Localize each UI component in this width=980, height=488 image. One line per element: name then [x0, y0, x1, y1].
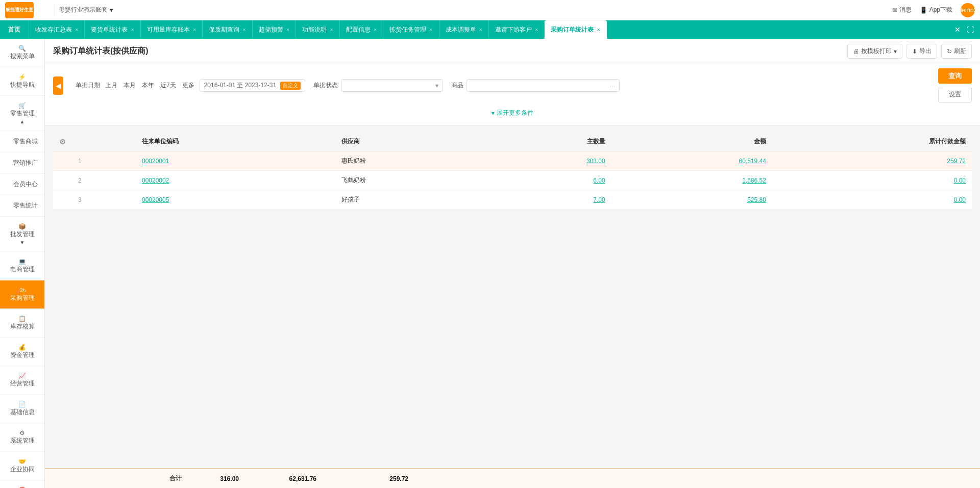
chevron-up-icon: ▲	[20, 119, 25, 124]
td-gear	[53, 190, 72, 210]
filter-collapse-btn[interactable]: ◀	[53, 76, 63, 95]
tab-restore-icon[interactable]: ⛶	[965, 23, 976, 36]
gear-icon[interactable]: ⚙	[59, 138, 66, 146]
sidebar-item-member[interactable]: 会员中心	[0, 174, 44, 195]
tab-home[interactable]: 首页	[0, 20, 29, 39]
filter-bar: ◀ 单据日期 上月 本月 本年 近7天 更多 2016-01-01 至 2023…	[45, 63, 980, 126]
close-icon[interactable]: ×	[286, 27, 289, 33]
date-range-input[interactable]: 2016-01-01 至 2023-12-31 自定义	[200, 79, 305, 92]
print-button[interactable]: 🖨 按模板打印 ▾	[847, 44, 902, 59]
refresh-button[interactable]: ↻ 刷新	[941, 44, 972, 59]
sidebar-item-ecommerce[interactable]: 💻 电商管理	[0, 252, 44, 280]
goods-input[interactable]: ···	[467, 79, 620, 92]
sidebar-item-guide[interactable]: 🎯 新手引导	[0, 480, 44, 488]
sidebar-item-quick-nav[interactable]: ⚡ 快捷导航	[0, 67, 44, 96]
tab-shoufacun[interactable]: 收发存汇总表 ×	[29, 20, 85, 39]
close-icon[interactable]: ×	[429, 27, 432, 33]
tab-yaohuo[interactable]: 要货单统计表 ×	[85, 20, 140, 39]
sidebar-item-purchase[interactable]: 🛍 采购管理	[0, 280, 44, 309]
td-qty: 7.00	[485, 190, 611, 210]
td-supplier: 飞鹤奶粉	[335, 171, 485, 190]
close-icon[interactable]: ×	[242, 27, 246, 33]
status-select[interactable]: ▾	[341, 79, 443, 92]
sidebar-item-collab[interactable]: 🤝 企业协同	[0, 452, 44, 480]
shortcut-this-month[interactable]: 本月	[121, 80, 138, 91]
table-header-row: ⚙ 往来单位编码 供应商 主数量 金额 累计付款金额	[53, 132, 972, 151]
sidebar-item-search[interactable]: 🔍 搜索菜单	[0, 39, 44, 67]
tab-gongneng[interactable]: 功能说明 ×	[296, 20, 339, 39]
close-icon[interactable]: ×	[131, 27, 134, 33]
sidebar-item-inventory[interactable]: 📋 库存核算	[0, 309, 44, 338]
sidebar-item-retail-mgmt[interactable]: 🛒 零售管理 ▲	[0, 96, 44, 131]
sidebar-item-marketing[interactable]: 营销推广	[0, 152, 44, 174]
tab-caigou-active[interactable]: 采购订单统计表 ×	[545, 20, 606, 39]
tab-chengben[interactable]: 成本调整单 ×	[439, 20, 489, 39]
query-button[interactable]: 查询	[938, 68, 972, 84]
close-icon[interactable]: ×	[330, 27, 333, 33]
sidebar-item-system[interactable]: ⚙ 系统管理	[0, 423, 44, 452]
shortcut-7days[interactable]: 近7天	[158, 80, 178, 91]
shortcut-last-month[interactable]: 上月	[103, 80, 119, 91]
td-paid: 259.72	[772, 151, 972, 171]
th-gear: ⚙	[53, 132, 72, 151]
goods-placeholder	[471, 81, 477, 90]
tab-close-all-icon[interactable]: ✕	[952, 23, 963, 36]
date-label: 单据日期	[76, 81, 100, 90]
basics-icon: 📄	[18, 401, 26, 408]
refresh-icon: ↻	[947, 48, 952, 55]
workspace-dropdown-icon: ▾	[110, 6, 113, 14]
th-qty: 主数量	[485, 132, 611, 151]
tab-peizhi[interactable]: 配置信息 ×	[340, 20, 383, 39]
logo-area: 畅捷通好生意	[5, 2, 50, 18]
collab-icon: 🤝	[18, 458, 26, 465]
td-amount: 525.80	[611, 190, 772, 210]
page-title: 采购订单统计表(按供应商)	[53, 46, 149, 57]
sidebar-item-basics[interactable]: 📄 基础信息	[0, 395, 44, 423]
expand-more-btn[interactable]: ▾ 展开更多条件	[492, 106, 533, 117]
workspace-selector[interactable]: 母婴行业演示账套 ▾	[59, 6, 892, 14]
tab-kuyongliang[interactable]: 可用量库存账本 ×	[141, 20, 203, 39]
finance-icon: 💰	[18, 344, 26, 351]
app-download-btn[interactable]: 📱 App下载	[920, 6, 952, 14]
close-icon[interactable]: ×	[535, 27, 538, 33]
print-icon: 🖨	[853, 48, 859, 55]
footer-qty: 316.00	[188, 475, 239, 482]
close-icon[interactable]: ×	[374, 27, 377, 33]
custom-date-badge: 自定义	[280, 82, 301, 90]
avatar[interactable]: demo2	[961, 3, 975, 17]
ecommerce-icon: 💻	[18, 258, 26, 265]
sidebar-item-finance[interactable]: 💰 资金管理	[0, 338, 44, 366]
print-dropdown-icon: ▾	[894, 48, 897, 55]
nav-tabs-right: ✕ ⛶	[952, 23, 980, 36]
page-actions: 🖨 按模板打印 ▾ ⬇ 导出 ↻ 刷新	[847, 44, 972, 59]
shortcut-more[interactable]: 更多	[180, 80, 197, 91]
sidebar-item-operations[interactable]: 📈 经营管理	[0, 366, 44, 395]
message-btn[interactable]: ✉ 消息	[892, 6, 912, 14]
data-table: ⚙ 往来单位编码 供应商 主数量 金额 累计付款金额 1 00020001 惠氏…	[53, 132, 972, 210]
shortcut-this-year[interactable]: 本年	[140, 80, 156, 91]
sidebar-item-retail-mall[interactable]: 零售商城	[0, 131, 44, 152]
td-gear	[53, 151, 72, 171]
tab-baozhi[interactable]: 保质期查询 ×	[203, 20, 252, 39]
tab-jianhuo[interactable]: 拣货任务管理 ×	[383, 20, 439, 39]
settings-button[interactable]: 设置	[938, 87, 972, 102]
export-button[interactable]: ⬇ 导出	[906, 44, 937, 59]
table-row: 3 00020005 好孩子 7.00 525.80 0.00	[53, 190, 972, 210]
close-icon[interactable]: ×	[193, 27, 196, 33]
td-paid: 0.00	[772, 171, 972, 190]
export-icon: ⬇	[912, 48, 917, 55]
app-logo: 畅捷通好生意	[5, 2, 34, 18]
sidebar-item-retail-stats[interactable]: 零售统计	[0, 195, 44, 217]
date-shortcuts: 上月 本月 本年 近7天 更多	[103, 80, 197, 91]
tab-chaochu[interactable]: 超储预警 ×	[253, 20, 296, 39]
close-icon[interactable]: ×	[479, 27, 482, 33]
td-amount: 1,586.52	[611, 171, 772, 190]
footer-paid: 259.72	[327, 475, 408, 482]
th-supplier: 供应商	[335, 132, 485, 151]
chevron-down-icon: ▾	[492, 110, 495, 117]
sidebar-item-wholesale[interactable]: 📦 批发管理 ▼	[0, 217, 44, 252]
tab-yaoqing[interactable]: 邀请下游客户 ×	[489, 20, 545, 39]
close-icon[interactable]: ×	[597, 27, 600, 33]
close-icon[interactable]: ×	[75, 27, 78, 33]
search-icon: 🔍	[18, 45, 26, 52]
